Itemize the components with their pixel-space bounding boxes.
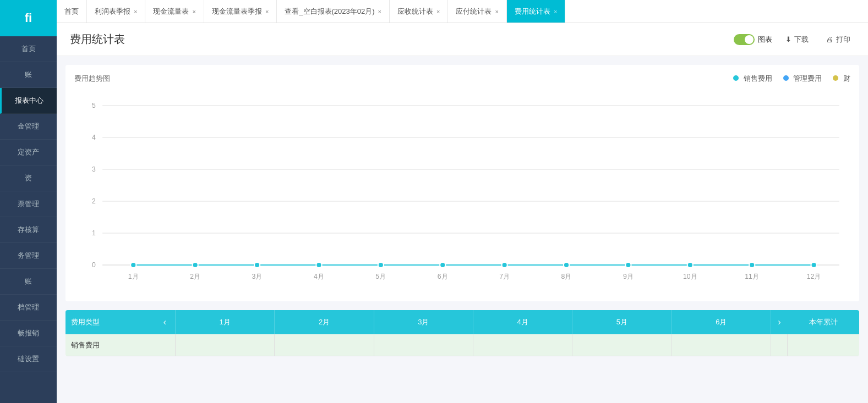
download-button[interactable]: ⬇ 下载 xyxy=(781,32,813,47)
data-col-m2 xyxy=(275,334,374,356)
download-label: 下载 xyxy=(794,35,809,45)
close-tab-payable[interactable]: × xyxy=(495,8,498,15)
data-col-m4 xyxy=(473,334,572,356)
sidebar-item-archive[interactable]: 档管理 xyxy=(0,295,57,321)
legend-finance: 财 xyxy=(833,74,850,84)
sidebar-logo: fi xyxy=(0,0,57,36)
chart-toggle[interactable]: 图表 xyxy=(734,34,772,45)
svg-text:12月: 12月 xyxy=(807,273,821,280)
svg-point-18 xyxy=(440,262,445,268)
chart-section: 费用趋势图 销售费用 管理费用 财 xyxy=(65,65,859,301)
svg-point-24 xyxy=(811,262,816,268)
svg-text:2: 2 xyxy=(92,197,96,205)
sidebar-item-investment[interactable]: 资 xyxy=(0,165,57,191)
col-header-month-2: 2月 xyxy=(275,310,374,334)
sidebar-item-home[interactable]: 首页 xyxy=(0,36,57,62)
close-tab-cashflow-quarterly[interactable]: × xyxy=(265,8,269,15)
table-row: 销售费用 xyxy=(65,334,859,356)
legend-dot-sales xyxy=(733,75,739,81)
tab-receivable[interactable]: 应收统计表 × xyxy=(390,0,448,23)
sidebar-item-settings[interactable]: 础设置 xyxy=(0,346,57,372)
svg-text:2月: 2月 xyxy=(190,273,200,280)
sidebar-item-service[interactable]: 务管理 xyxy=(0,243,57,269)
svg-text:3月: 3月 xyxy=(252,273,263,280)
tab-bar: 首页 利润表季报 × 现金流量表 × 现金流量表季报 × 查看_空白报表(202… xyxy=(57,0,868,23)
col-header-type: 费用类型 ‹ xyxy=(65,310,176,334)
col-header-nav-right[interactable]: › xyxy=(771,310,788,334)
close-tab-cashflow[interactable]: × xyxy=(192,8,195,15)
close-tab-profit-quarterly[interactable]: × xyxy=(134,8,137,15)
close-tab-receivable[interactable]: × xyxy=(436,8,440,15)
svg-text:5: 5 xyxy=(92,102,96,109)
svg-text:9月: 9月 xyxy=(623,273,634,280)
table-nav-left[interactable]: ‹ xyxy=(160,317,170,327)
svg-point-16 xyxy=(316,262,321,268)
chart-container: 5 4 3 2 1 0 xyxy=(74,89,850,292)
table-nav-right[interactable]: › xyxy=(774,317,784,327)
svg-text:11月: 11月 xyxy=(745,273,759,280)
svg-point-19 xyxy=(502,262,507,268)
data-col-type: 销售费用 xyxy=(65,334,176,356)
download-icon: ⬇ xyxy=(785,35,791,43)
chart-svg: 5 4 3 2 1 0 xyxy=(74,89,850,287)
svg-point-20 xyxy=(564,262,569,268)
col-header-month-1: 1月 xyxy=(176,310,275,334)
svg-text:7月: 7月 xyxy=(499,273,510,280)
chart-title: 费用趋势图 xyxy=(74,74,110,84)
svg-point-21 xyxy=(625,262,631,268)
data-col-nav xyxy=(771,334,788,356)
tab-cashflow[interactable]: 现金流量表 × xyxy=(145,0,204,23)
legend-management: 管理费用 xyxy=(783,74,822,84)
svg-point-15 xyxy=(254,262,260,268)
sidebar-item-ledger[interactable]: 账 xyxy=(0,269,57,295)
table-header-row: 费用类型 ‹ 1月 2月 3月 4月 5月 xyxy=(65,310,859,334)
svg-text:8月: 8月 xyxy=(561,273,572,280)
svg-text:10月: 10月 xyxy=(683,273,697,280)
data-col-total xyxy=(788,334,859,356)
sidebar-item-expense[interactable]: 畅报销 xyxy=(0,321,57,346)
tab-payable[interactable]: 应付统计表 × xyxy=(448,0,506,23)
tab-home[interactable]: 首页 xyxy=(57,0,87,23)
data-col-m5 xyxy=(572,334,672,356)
col-header-month-6: 6月 xyxy=(672,310,771,334)
chart-header: 费用趋势图 销售费用 管理费用 财 xyxy=(74,74,850,84)
close-tab-blank-report[interactable]: × xyxy=(378,8,381,15)
tab-blank-report[interactable]: 查看_空白报表(2023年02月) × xyxy=(277,0,390,23)
data-col-m6 xyxy=(672,334,771,356)
svg-text:0: 0 xyxy=(92,261,96,269)
legend-dot-finance xyxy=(833,75,838,81)
main-content: 首页 利润表季报 × 现金流量表 × 现金流量表季报 × 查看_空白报表(202… xyxy=(57,0,868,403)
svg-text:1月: 1月 xyxy=(128,273,139,280)
sidebar-item-invoice[interactable]: 票管理 xyxy=(0,191,57,217)
svg-text:5月: 5月 xyxy=(375,273,386,280)
table-section: 费用类型 ‹ 1月 2月 3月 4月 5月 xyxy=(65,310,859,356)
toggle-label: 图表 xyxy=(758,35,772,45)
svg-point-23 xyxy=(749,262,755,268)
svg-text:3: 3 xyxy=(92,165,96,173)
svg-text:4月: 4月 xyxy=(314,273,324,280)
tab-expense-stats[interactable]: 费用统计表 × xyxy=(507,0,565,23)
legend-sales: 销售费用 xyxy=(733,74,772,84)
sidebar-item-inventory[interactable]: 存核算 xyxy=(0,217,57,243)
legend-dot-management xyxy=(783,75,789,81)
sidebar-item-report-center[interactable]: 报表中心 xyxy=(0,88,57,114)
print-button[interactable]: 🖨 打印 xyxy=(822,32,855,47)
tab-profit-quarterly[interactable]: 利润表季报 × xyxy=(87,0,145,23)
data-col-m1 xyxy=(176,334,275,356)
sidebar-item-fixed-assets[interactable]: 定资产 xyxy=(0,140,57,165)
chart-legend: 销售费用 管理费用 财 xyxy=(733,74,850,84)
print-icon: 🖨 xyxy=(826,35,833,43)
tab-cashflow-quarterly[interactable]: 现金流量表季报 × xyxy=(204,0,277,23)
close-tab-expense-stats[interactable]: × xyxy=(554,8,557,15)
svg-point-13 xyxy=(130,262,136,268)
sidebar: fi 首页 账 报表中心 金管理 定资产 资 票管理 存核算 务管理 账 档管理… xyxy=(0,0,57,403)
svg-text:1: 1 xyxy=(92,229,96,237)
header-actions: 图表 ⬇ 下载 🖨 打印 xyxy=(734,32,855,47)
toggle-thumb xyxy=(745,35,754,44)
svg-point-22 xyxy=(687,262,693,268)
print-label: 打印 xyxy=(836,35,850,45)
svg-point-14 xyxy=(193,262,198,268)
sidebar-item-finance[interactable]: 金管理 xyxy=(0,114,57,140)
toggle-track[interactable] xyxy=(734,34,755,45)
sidebar-item-account[interactable]: 账 xyxy=(0,62,57,88)
